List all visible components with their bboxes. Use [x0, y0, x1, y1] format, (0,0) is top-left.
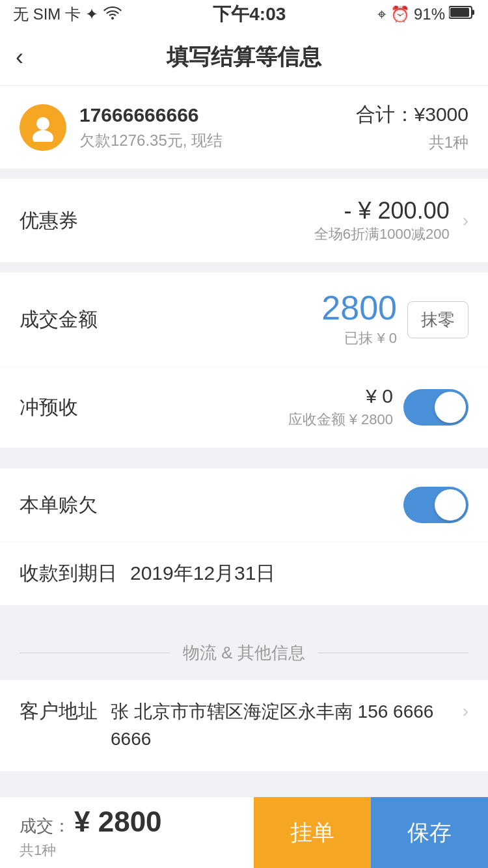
customer-info: 17666666666 欠款1276.35元, 现结 [79, 104, 223, 151]
wifi-icon [103, 5, 122, 23]
status-left: 无 SIM 卡 ✦ [13, 4, 122, 25]
total-count: 共1种 [356, 132, 468, 153]
address-arrow-icon: › [463, 701, 468, 722]
address-label: 客户地址 [20, 698, 98, 725]
round-zero-button[interactable]: 抹零 [407, 301, 468, 338]
coupon-label: 优惠券 [20, 208, 78, 234]
alarm-icon: ⏰ [390, 5, 410, 23]
bottom-deal-label: 成交： [20, 815, 70, 837]
debt-right [403, 487, 468, 523]
hold-button[interactable]: 挂单 [254, 797, 371, 869]
bottom-bar: 成交： ¥ 2800 共1种 挂单 保存 [0, 796, 488, 868]
back-button[interactable]: ‹ [16, 44, 23, 71]
toggle-knob [435, 392, 466, 423]
battery-percent: 91% [414, 5, 445, 23]
logistics-divider: 物流 & 其他信息 [0, 626, 488, 680]
coupon-arrow-icon: › [463, 210, 468, 231]
deal-section: 成交金额 2800 已抹 ¥ 0 抹零 冲预收 ¥ 0 应收金额 ¥ 2800 [0, 273, 488, 448]
address-content: 张 北京市市辖区海淀区永丰南 156 6666 6666 [111, 698, 456, 753]
prepay-row: 冲预收 ¥ 0 应收金额 ¥ 2800 [0, 367, 488, 448]
bottom-amount: ¥ 2800 [74, 806, 162, 838]
nav-bar: ‹ 填写结算等信息 [0, 29, 488, 86]
deal-label: 成交金额 [20, 306, 98, 333]
bottom-count: 共1种 [20, 841, 234, 860]
customer-debt: 欠款1276.35元, 现结 [79, 130, 223, 151]
customer-phone: 17666666666 [79, 104, 223, 126]
coupon-amount: - ¥ 200.00 [314, 197, 450, 224]
prepay-amount-area: ¥ 0 应收金额 ¥ 2800 [288, 385, 393, 429]
sim-label: 无 SIM 卡 ✦ [13, 4, 98, 25]
coupon-row[interactable]: 优惠券 - ¥ 200.00 全场6折满1000减200 › [0, 179, 488, 262]
due-date-label: 收款到期日 [20, 560, 117, 587]
deal-amount-sub: 已抹 ¥ 0 [321, 329, 397, 348]
prepay-amount: ¥ 0 [288, 385, 393, 407]
status-bar: 无 SIM 卡 ✦ 下午4:03 ⌖ ⏰ 91% [0, 0, 488, 29]
bottom-info: 成交： ¥ 2800 共1种 [0, 806, 254, 860]
divider-line-left [20, 653, 170, 653]
deal-amount: 2800 [321, 291, 397, 325]
debt-toggle[interactable] [403, 487, 468, 523]
deal-row: 成交金额 2800 已抹 ¥ 0 抹零 [0, 273, 488, 367]
logistics-label: 物流 & 其他信息 [170, 642, 318, 664]
deal-right: 2800 已抹 ¥ 0 抹零 [321, 291, 468, 348]
svg-point-4 [33, 130, 53, 142]
battery-icon [449, 5, 475, 23]
debt-row: 本单赊欠 [0, 468, 488, 542]
prepay-label: 冲预收 [20, 394, 78, 421]
status-time: 下午4:03 [213, 2, 286, 27]
section-divider-1 [0, 458, 488, 468]
debt-section: 本单赊欠 收款到期日 2019年12月31日 [0, 468, 488, 605]
svg-point-3 [36, 117, 49, 130]
coupon-right: - ¥ 200.00 全场6折满1000减200 › [314, 197, 468, 244]
prepay-right: ¥ 0 应收金额 ¥ 2800 [288, 385, 468, 429]
coupon-desc: 全场6折满1000减200 [314, 224, 450, 244]
due-date-value: 2019年12月31日 [130, 560, 275, 587]
location-icon: ⌖ [377, 5, 386, 23]
content: 17666666666 欠款1276.35元, 现结 合计：¥3000 共1种 … [0, 86, 488, 868]
prepay-toggle[interactable] [403, 389, 468, 426]
debt-label: 本单赊欠 [20, 492, 98, 519]
customer-card: 17666666666 欠款1276.35元, 现结 合计：¥3000 共1种 [0, 86, 488, 169]
debt-toggle-knob [435, 489, 466, 521]
section-divider-2 [0, 616, 488, 626]
customer-left: 17666666666 欠款1276.35元, 现结 [20, 104, 223, 151]
divider-line-right [318, 653, 468, 653]
status-right: ⌖ ⏰ 91% [377, 5, 475, 23]
svg-rect-2 [450, 8, 469, 17]
svg-rect-1 [472, 10, 474, 15]
customer-right: 合计：¥3000 共1种 [356, 102, 468, 153]
due-date-row: 收款到期日 2019年12月31日 [0, 542, 488, 605]
prepay-sub: 应收金额 ¥ 2800 [288, 410, 393, 429]
save-button[interactable]: 保存 [371, 797, 488, 869]
total-amount: 合计：¥3000 [356, 102, 468, 128]
page-title: 填写结算等信息 [167, 42, 321, 72]
address-row[interactable]: 客户地址 张 北京市市辖区海淀区永丰南 156 6666 6666 › [0, 680, 488, 771]
avatar [20, 104, 66, 151]
